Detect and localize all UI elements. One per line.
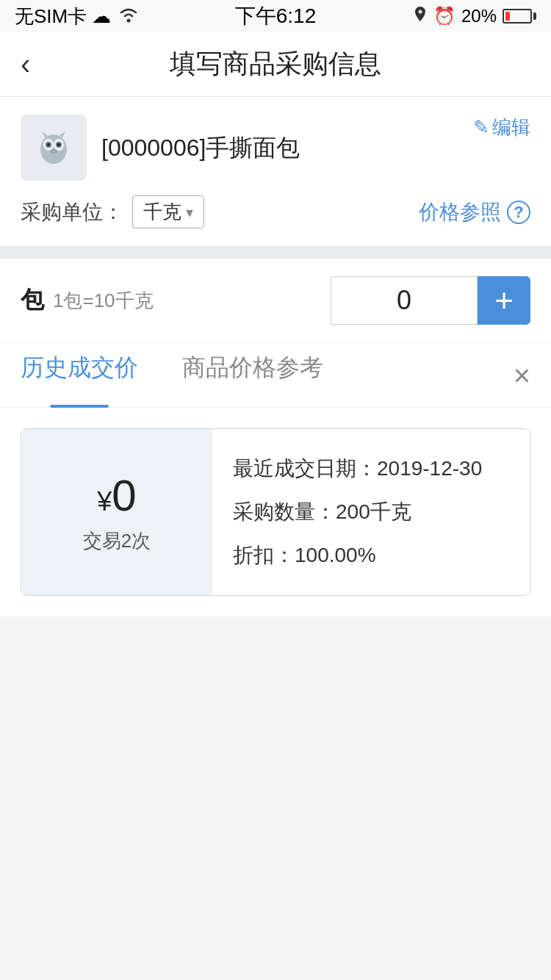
product-header: [0000006]手撕面包 ✎ 编辑 <box>21 115 530 181</box>
quantity-row: 包 1包=10千克 0 + <box>0 259 551 343</box>
discount-label: 折扣： <box>233 544 295 566</box>
price-ref-label: 价格参照 <box>419 198 501 226</box>
quantity-input[interactable]: 0 <box>331 276 478 325</box>
plus-icon: + <box>494 282 514 319</box>
svg-point-6 <box>47 143 50 146</box>
price-amount: ¥0 <box>97 470 136 521</box>
price-reference-link[interactable]: 价格参照 ? <box>419 198 530 226</box>
purchase-qty-label: 采购数量： <box>233 500 336 523</box>
section-divider <box>0 247 551 259</box>
quantity-controls: 0 + <box>331 276 530 325</box>
price-card: ¥0 交易2次 最近成交日期：2019-12-30 采购数量：200千克 折扣：… <box>21 428 530 596</box>
unit-label: 采购单位： <box>21 198 123 226</box>
location-icon <box>413 5 428 27</box>
tab-history-price[interactable]: 历史成交价 <box>21 343 138 408</box>
price-card-wrapper: ¥0 交易2次 最近成交日期：2019-12-30 采购数量：200千克 折扣：… <box>0 408 551 616</box>
status-bar: 无SIM卡 ☁ 下午6:12 ⏰ 20% <box>0 0 551 32</box>
currency-symbol: ¥ <box>97 486 112 516</box>
chevron-down-icon: ▾ <box>186 203 193 221</box>
quantity-conversion: 1包=10千克 <box>53 288 154 314</box>
battery-percent: 20% <box>461 6 497 26</box>
product-left: [0000006]手撕面包 <box>21 115 300 181</box>
product-thumbnail <box>21 115 87 181</box>
status-time: 下午6:12 <box>235 2 317 30</box>
product-meta: 采购单位： 千克 ▾ 价格参照 ? <box>21 195 530 228</box>
battery-icon <box>503 9 536 24</box>
status-left: 无SIM卡 ☁ <box>15 4 139 29</box>
recent-date-value: 2019-12-30 <box>377 457 482 480</box>
price-card-right: 最近成交日期：2019-12-30 采购数量：200千克 折扣：100.00% <box>212 429 530 595</box>
product-name: [0000006]手撕面包 <box>101 131 300 165</box>
wifi-icon <box>118 5 139 28</box>
tab-header: 历史成交价 商品价格参考 × <box>0 343 551 408</box>
page-title: 填写商品采购信息 <box>170 46 381 82</box>
tabs: 历史成交价 商品价格参考 <box>21 343 323 408</box>
purchase-qty-value: 200千克 <box>336 500 411 523</box>
product-card: [0000006]手撕面包 ✎ 编辑 采购单位： 千克 ▾ 价格参照 ? <box>0 97 551 247</box>
price-card-left: ¥0 交易2次 <box>21 429 212 595</box>
discount-row: 折扣：100.00% <box>233 539 509 572</box>
svg-point-7 <box>57 143 60 146</box>
main-content-area <box>0 616 551 980</box>
help-icon: ? <box>507 201 530 224</box>
trade-count: 交易2次 <box>83 528 151 554</box>
edit-button[interactable]: ✎ 编辑 <box>473 115 530 140</box>
svg-point-0 <box>127 18 131 22</box>
status-right: ⏰ 20% <box>413 5 536 27</box>
unit-value: 千克 <box>143 199 181 225</box>
back-button[interactable]: ‹ <box>21 48 30 81</box>
edit-icon: ✎ <box>473 116 489 139</box>
discount-value: 100.00% <box>295 544 376 566</box>
carrier-text: 无SIM卡 ☁ <box>15 4 111 29</box>
recent-date-row: 最近成交日期：2019-12-30 <box>233 453 509 486</box>
unit-row: 采购单位： 千克 ▾ <box>21 195 204 228</box>
recent-date-label: 最近成交日期： <box>233 457 377 480</box>
tab-price-reference[interactable]: 商品价格参考 <box>182 343 323 408</box>
quantity-unit: 包 <box>21 284 44 317</box>
purchase-qty-row: 采购数量：200千克 <box>233 496 509 529</box>
quantity-label: 包 1包=10千克 <box>21 284 154 317</box>
unit-selector[interactable]: 千克 ▾ <box>132 195 204 228</box>
tab-section: 历史成交价 商品价格参考 × ¥0 交易2次 最近成交日期：2019-12-30… <box>0 343 551 616</box>
quantity-plus-button[interactable]: + <box>478 276 530 325</box>
nav-bar: ‹ 填写商品采购信息 <box>0 32 551 97</box>
alarm-icon: ⏰ <box>433 6 455 26</box>
tab-close-button[interactable]: × <box>514 361 530 390</box>
